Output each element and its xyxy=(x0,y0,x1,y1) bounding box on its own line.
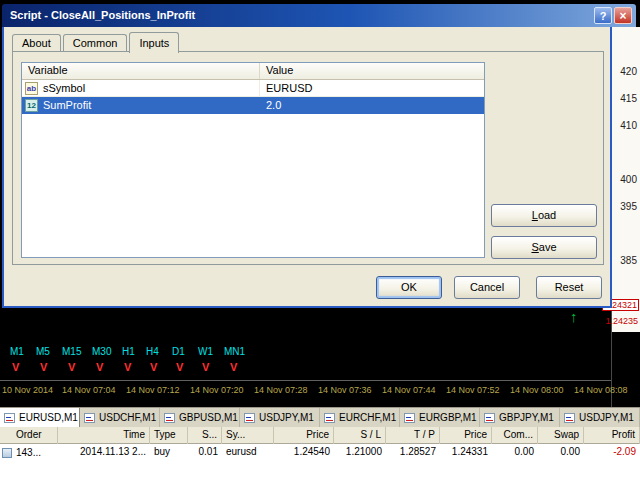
down-arrow-icon: V xyxy=(176,361,183,373)
input-row-ssymbol[interactable]: ab sSymbol EURUSD xyxy=(22,80,484,97)
time-axis-label: 14 Nov 07:04 xyxy=(62,385,116,395)
chart-tab-eurgbp-m1[interactable]: EURGBP,M1 xyxy=(400,408,480,427)
down-arrow-icon: V xyxy=(150,361,157,373)
chart-tab-usdchf-m1[interactable]: USDCHF,M1 xyxy=(80,408,160,427)
order-commission: 0.00 xyxy=(492,444,538,461)
time-axis-label: 14 Nov 07:28 xyxy=(254,385,308,395)
time-axis-label: 14 Nov 07:20 xyxy=(190,385,244,395)
timeframe-label-m1: M1 xyxy=(10,346,24,357)
chart-icon xyxy=(404,413,415,423)
order-swap: 0.00 xyxy=(538,444,584,461)
chart-tab-label: EURUSD,M1 xyxy=(19,412,78,423)
down-arrow-icon: V xyxy=(68,361,75,373)
up-arrow-icon: ↑ xyxy=(570,308,578,325)
header-swap: Swap xyxy=(538,427,584,444)
chart-icon xyxy=(164,413,175,423)
terminal-panel: Order Time Type S... Sy... Price S / L T… xyxy=(0,427,640,480)
time-axis-label: 14 Nov 08:00 xyxy=(510,385,564,395)
ok-button[interactable]: OK xyxy=(376,276,442,299)
header-type: Type xyxy=(150,427,188,444)
chart-icon xyxy=(244,413,255,423)
dialog-tabs: About Common Inputs xyxy=(12,32,181,53)
timeframe-label-h1: H1 xyxy=(122,346,135,357)
chart-price-scale: 420 415 410 400 395 385 1.24321 1.24235 xyxy=(612,27,640,332)
time-axis-label: 14 Nov 07:12 xyxy=(126,385,180,395)
variable-value[interactable]: EURUSD xyxy=(260,80,484,97)
chart-tab-eurusd-m1[interactable]: EURUSD,M1 xyxy=(0,408,80,427)
down-arrow-icon: V xyxy=(40,361,47,373)
column-header-variable: Variable xyxy=(22,63,260,79)
down-arrow-icon: V xyxy=(202,361,209,373)
chart-tabs-bar: EURUSD,M1 USDCHF,M1 GBPUSD,M1 USDJPY,M1 … xyxy=(0,407,640,427)
dialog-title: Script - CloseAll_Positions_InProfit xyxy=(10,4,195,27)
header-price-current: Price xyxy=(440,427,492,444)
price-scale-label: 410 xyxy=(620,120,637,131)
header-size: S... xyxy=(188,427,222,444)
help-button[interactable]: ? xyxy=(594,7,612,24)
close-button[interactable]: × xyxy=(614,7,632,24)
tab-common[interactable]: Common xyxy=(63,34,128,51)
order-profit: -2.09 xyxy=(584,444,640,461)
chart-tab-gbpjpy-m1[interactable]: GBPJPY,M1 xyxy=(480,408,560,427)
inputs-tab-panel: Variable Value ab sSymbol EURUSD 12 SumP… xyxy=(12,51,604,265)
header-time: Time xyxy=(58,427,150,444)
down-arrow-icon: V xyxy=(96,361,103,373)
variable-value[interactable]: 2.0 xyxy=(260,97,484,114)
tab-inputs[interactable]: Inputs xyxy=(129,32,179,53)
time-axis-label: 14 Nov 07:44 xyxy=(382,385,436,395)
header-sl: S / L xyxy=(334,427,386,444)
price-scale-label: 415 xyxy=(620,93,637,104)
price-line-label: 1.24235 xyxy=(605,316,638,326)
header-symbol: Sy... xyxy=(222,427,274,444)
question-icon: ? xyxy=(600,10,607,22)
chart-tab-usdjpy-m1[interactable]: USDJPY,M1 xyxy=(240,408,320,427)
chart-icon xyxy=(324,413,335,423)
script-inputs-dialog: About Common Inputs Variable Value ab sS… xyxy=(2,27,612,308)
cancel-button[interactable]: Cancel xyxy=(454,276,520,299)
time-axis-label: 14 Nov 08:08 xyxy=(574,385,628,395)
chart-icon xyxy=(84,413,95,423)
price-scale-label: 420 xyxy=(620,66,637,77)
price-scale-label: 400 xyxy=(620,174,637,185)
chart-tab-gbpusd-m1[interactable]: GBPUSD,M1 xyxy=(160,408,240,427)
save-accel: S xyxy=(531,241,538,253)
chart-tab-eurchf-m1[interactable]: EURCHF,M1 xyxy=(320,408,400,427)
tab-about[interactable]: About xyxy=(12,34,61,51)
order-row[interactable]: 143... 2014.11.13 2... buy 0.01 eurusd 1… xyxy=(0,444,640,461)
load-button[interactable]: Load xyxy=(491,204,597,227)
timeframe-label-w1: W1 xyxy=(198,346,213,357)
string-type-icon: ab xyxy=(25,82,38,95)
chart-icon xyxy=(4,413,15,423)
timeframe-label-m5: M5 xyxy=(36,346,50,357)
grid-header: Variable Value xyxy=(22,63,484,80)
load-label: oad xyxy=(538,209,556,221)
order-number: 143... xyxy=(16,445,41,461)
timeframe-label-d1: D1 xyxy=(172,346,185,357)
dialog-titlebar[interactable]: Script - CloseAll_Positions_InProfit ? × xyxy=(2,4,636,27)
header-price-open: Price xyxy=(274,427,334,444)
chart-icon xyxy=(484,413,495,423)
chart-tab-usdjpy-m1-2[interactable]: USDJPY,M1 xyxy=(560,408,640,427)
reset-button[interactable]: Reset xyxy=(536,276,602,299)
timeframe-label-m30: M30 xyxy=(92,346,111,357)
save-label: ave xyxy=(539,241,557,253)
chart-tab-label: GBPJPY,M1 xyxy=(499,412,554,423)
order-current-price: 1.24331 xyxy=(440,444,492,461)
order-open-price: 1.24540 xyxy=(274,444,334,461)
save-button[interactable]: Save xyxy=(491,236,597,259)
chart-tab-label: EURGBP,M1 xyxy=(419,412,477,423)
header-commission: Com... xyxy=(492,427,538,444)
input-row-sumprofit[interactable]: 12 SumProfit 2.0 xyxy=(22,97,484,114)
header-profit: Profit xyxy=(584,427,640,444)
close-icon: × xyxy=(619,9,626,23)
down-arrow-icon: V xyxy=(12,361,19,373)
order-symbol: eurusd xyxy=(222,444,274,461)
order-type: buy xyxy=(150,444,188,461)
variable-name: SumProfit xyxy=(43,97,91,113)
price-scale-label: 385 xyxy=(620,255,637,266)
variable-name: sSymbol xyxy=(43,80,85,96)
order-icon xyxy=(2,448,12,458)
order-tp: 1.28527 xyxy=(386,444,440,461)
order-time: 2014.11.13 2... xyxy=(58,444,150,461)
down-arrow-icon: V xyxy=(124,361,131,373)
